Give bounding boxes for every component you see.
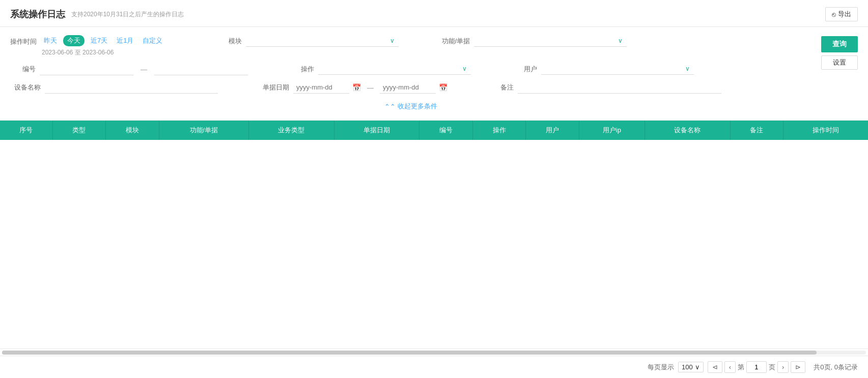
data-table: 序号 类型 模块 功能/单据 业务类型 单据日期 编号 操作 用户 用户ip 设… xyxy=(0,121,868,140)
function-select[interactable]: ∨ xyxy=(474,35,627,47)
module-select[interactable]: ∨ xyxy=(246,35,399,47)
col-date: 单据日期 xyxy=(334,121,419,140)
settings-button[interactable]: 设置 xyxy=(821,55,858,70)
time-today-button[interactable]: 今天 xyxy=(63,35,85,46)
user-label: 用户 xyxy=(512,65,537,74)
col-op-time: 操作时间 xyxy=(783,121,868,140)
date-end-input[interactable] xyxy=(380,81,436,94)
code-input[interactable] xyxy=(40,63,133,75)
col-remark: 备注 xyxy=(730,121,783,140)
time-7days-button[interactable]: 近7天 xyxy=(88,35,110,46)
scrollbar-thumb[interactable] xyxy=(2,351,817,355)
export-icon: ⎋ xyxy=(832,11,836,18)
operation-select[interactable]: ∨ xyxy=(318,63,471,75)
time-range-display: 2023-06-06 至 2023-06-06 xyxy=(42,48,165,57)
page-size-select[interactable]: 100 ∨ xyxy=(678,362,704,372)
date-separator: — xyxy=(367,84,374,92)
query-button[interactable]: 查询 xyxy=(821,36,858,52)
function-label: 功能/单据 xyxy=(439,37,470,46)
pagination-total: 共0页, 0条记录 xyxy=(814,363,858,372)
module-label: 模块 xyxy=(216,37,242,46)
module-dropdown-icon: ∨ xyxy=(390,37,395,44)
col-code: 编号 xyxy=(419,121,472,140)
collapse-icon: ⌃⌃ xyxy=(384,103,396,110)
remark-input[interactable] xyxy=(518,81,721,94)
col-type: 类型 xyxy=(52,121,105,140)
col-index: 序号 xyxy=(0,121,52,140)
col-user: 用户 xyxy=(526,121,579,140)
code-separator: — xyxy=(141,66,147,73)
first-page-button[interactable]: ⊲ xyxy=(708,361,722,373)
device-input[interactable] xyxy=(45,81,218,94)
code-input-end[interactable] xyxy=(154,63,248,75)
date-label: 单据日期 xyxy=(259,83,289,92)
table-header-row: 序号 类型 模块 功能/单据 业务类型 单据日期 编号 操作 用户 用户ip 设… xyxy=(0,121,868,140)
time-custom-button[interactable]: 自定义 xyxy=(139,35,165,46)
pagination-area: 每页显示 100 ∨ ⊲ ‹ 第 页 › ⊳ 共0页, 0条记录 xyxy=(0,356,868,378)
user-select[interactable]: ∨ xyxy=(541,63,694,75)
time-1month-button[interactable]: 近1月 xyxy=(114,35,136,46)
operation-dropdown-icon: ∨ xyxy=(462,65,467,72)
page-number-input[interactable] xyxy=(746,361,767,373)
operation-label: 操作 xyxy=(289,65,314,74)
collapse-button[interactable]: ⌃⌃ 收起更多条件 xyxy=(384,102,437,111)
empty-area xyxy=(0,140,868,293)
prev-page-button[interactable]: ‹ xyxy=(724,361,736,373)
last-page-button[interactable]: ⊳ xyxy=(791,361,805,373)
col-device: 设备名称 xyxy=(645,121,730,140)
page-size-label: 每页显示 xyxy=(648,363,674,372)
scrollbar-area[interactable] xyxy=(0,348,868,356)
page-size-arrow: ∨ xyxy=(695,363,700,371)
page-title: 系统操作日志 xyxy=(10,8,65,20)
function-dropdown-icon: ∨ xyxy=(618,37,623,44)
calendar-start-icon[interactable]: 📅 xyxy=(352,83,361,92)
time-yesterday-button[interactable]: 昨天 xyxy=(41,35,60,46)
col-biztype: 业务类型 xyxy=(249,121,334,140)
remark-label: 备注 xyxy=(488,83,514,92)
col-function: 功能/单据 xyxy=(159,121,248,140)
col-module: 模块 xyxy=(106,121,159,140)
calendar-end-icon[interactable]: 📅 xyxy=(439,83,447,92)
col-user-ip: 用户ip xyxy=(579,121,645,140)
time-label: 操作时间 xyxy=(10,35,37,46)
user-dropdown-icon: ∨ xyxy=(685,65,690,72)
page-subtitle: 支持2020年10月31日之后产生的操作日志 xyxy=(71,10,184,19)
code-label: 编号 xyxy=(10,65,36,74)
page-unit: 页 xyxy=(769,363,775,372)
col-operation: 操作 xyxy=(472,121,525,140)
next-page-button[interactable]: › xyxy=(777,361,789,373)
device-label: 设备名称 xyxy=(10,83,41,92)
date-start-input[interactable] xyxy=(293,81,349,94)
page-label: 第 xyxy=(738,363,744,372)
export-button[interactable]: ⎋ 导出 xyxy=(825,7,858,21)
scrollbar-track[interactable] xyxy=(2,351,866,355)
pagination-nav: ⊲ ‹ 第 页 › ⊳ xyxy=(708,361,806,373)
